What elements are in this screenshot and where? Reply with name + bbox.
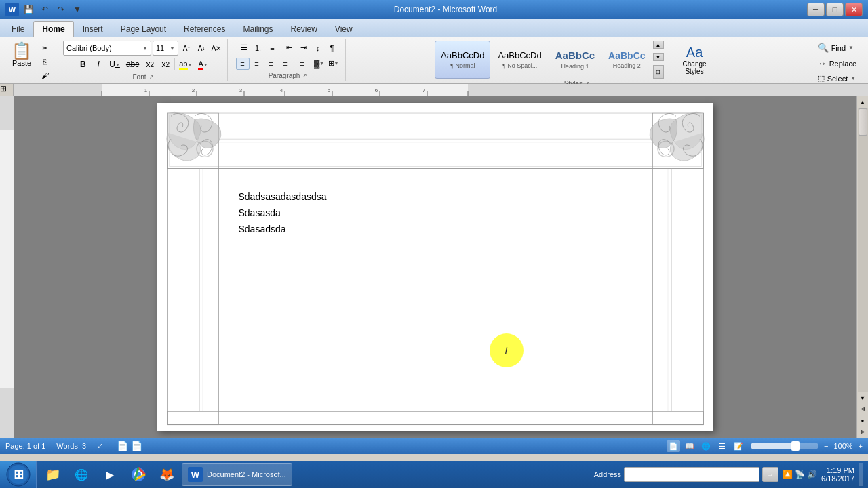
select-icon: ⬚ <box>818 74 825 83</box>
styles-scroll-down[interactable]: ▼ <box>653 53 664 61</box>
taskbar-ie[interactable]: 🌐 <box>68 463 95 486</box>
line-spacing-button[interactable]: ≡ <box>296 58 309 70</box>
bullets-button[interactable]: ☰ <box>237 42 251 54</box>
tab-file[interactable]: File <box>3 21 33 37</box>
tray-icon-3[interactable]: 🔊 <box>807 470 817 479</box>
scrollbar-track[interactable] <box>858 108 868 392</box>
style-heading2-button[interactable]: AaBbCc Heading 2 <box>602 41 651 79</box>
style-heading1-button[interactable]: AaBbCc Heading 1 <box>549 41 601 79</box>
view-buttons: 📄 📖 🌐 ☰ 📝 <box>667 440 745 452</box>
zoom-bar[interactable] <box>751 443 818 449</box>
replace-button[interactable]: ↔ Replace <box>813 56 861 70</box>
tab-mailings[interactable]: Mailings <box>234 21 281 37</box>
show-hide-button[interactable]: ¶ <box>326 42 339 54</box>
tray-icon-2[interactable]: 📡 <box>795 470 805 479</box>
styles-scroll-up[interactable]: ▲ <box>653 41 664 49</box>
align-right-button[interactable]: ≡ <box>264 58 278 70</box>
next-page-button[interactable]: ⊳ <box>858 426 868 438</box>
address-input[interactable] <box>624 467 760 482</box>
justify-button[interactable]: ≡ <box>279 58 292 70</box>
taskbar: ⊞ 📁 🌐 ▶ 🦊 <box>0 461 868 488</box>
copy-button[interactable]: ⎘ <box>38 56 52 68</box>
prev-page-button[interactable]: ⊲ <box>858 403 868 415</box>
multilevel-button[interactable]: ≡ <box>266 42 279 54</box>
bold-button[interactable]: B <box>75 57 90 72</box>
document-scroll-area[interactable]: Sdadsasadasdasdsa Sdasasda Sdasadsda I <box>14 96 856 438</box>
zoom-increase-button[interactable]: + <box>859 442 863 450</box>
right-scrollbar[interactable]: ▲ ▼ ⊲ ● ⊳ <box>856 96 868 438</box>
borders-button[interactable]: ⊞▼ <box>327 58 340 70</box>
scrollbar-thumb[interactable] <box>859 108 867 136</box>
align-left-button[interactable]: ≡ <box>236 58 250 70</box>
change-styles-button[interactable]: Aa Change Styles <box>670 41 719 79</box>
font-expand-icon[interactable]: ↗ <box>149 74 154 80</box>
highlight-button[interactable]: ab▼ <box>176 57 195 72</box>
taskbar-clock[interactable]: 1:19 PM 6/18/2017 <box>821 466 854 483</box>
start-button[interactable]: ⊞ <box>0 461 37 488</box>
center-button[interactable]: ≡ <box>250 58 264 70</box>
taskbar-word[interactable]: W Document2 - Microsof... <box>182 463 292 486</box>
font-name-selector[interactable]: Calibri (Body) ▼ <box>63 41 151 56</box>
superscript-button[interactable]: x2 <box>158 57 173 72</box>
format-painter-button[interactable]: 🖌 <box>38 69 52 81</box>
taskbar-firefox[interactable]: 🦊 <box>153 463 180 486</box>
ruler-corner[interactable]: ⊞ <box>0 84 14 96</box>
tab-page-layout[interactable]: Page Layout <box>112 21 175 37</box>
paste-button[interactable]: 📋 Paste <box>7 41 37 83</box>
paragraph-expand-icon[interactable]: ↗ <box>302 73 307 79</box>
styles-more[interactable]: ⊡ <box>653 65 664 79</box>
font-size-selector[interactable]: 11 ▼ <box>153 41 178 56</box>
paste-icon: 📋 <box>12 43 32 59</box>
italic-button[interactable]: I <box>91 57 106 72</box>
style-normal-button[interactable]: AaBbCcDd ¶ Normal <box>435 41 490 79</box>
web-layout-button[interactable]: 🌐 <box>699 440 713 452</box>
increase-indent-button[interactable]: ⇥ <box>297 42 311 54</box>
find-button[interactable]: 🔍 Find ▼ <box>813 41 861 55</box>
select-browse-button[interactable]: ● <box>858 415 868 426</box>
scroll-up-button[interactable]: ▲ <box>858 96 868 108</box>
cut-button[interactable]: ✂ <box>38 42 52 54</box>
taskbar-explorer[interactable]: 📁 <box>39 463 66 486</box>
close-button[interactable]: ✕ <box>845 3 863 16</box>
address-go-button[interactable]: → <box>762 467 778 482</box>
taskbar-chrome[interactable] <box>125 463 152 486</box>
underline-button[interactable]: U▼ <box>106 57 123 72</box>
clear-formatting-button[interactable]: A✕ <box>210 42 223 54</box>
print-layout-button[interactable]: 📄 <box>667 440 680 452</box>
full-reading-button[interactable]: 📖 <box>683 440 696 452</box>
grow-font-button[interactable]: A↑ <box>180 42 193 54</box>
subscript-button[interactable]: x2 <box>142 57 157 72</box>
save-quick-btn[interactable]: 💾 <box>22 3 35 16</box>
tab-view[interactable]: View <box>326 21 361 37</box>
tab-home[interactable]: Home <box>33 21 73 37</box>
draft-view-button[interactable]: 📝 <box>732 440 745 452</box>
tab-review[interactable]: Review <box>281 21 326 37</box>
outline-view-button[interactable]: ☰ <box>715 440 729 452</box>
language-indicator: ✓ <box>97 442 103 451</box>
zoom-decrease-button[interactable]: − <box>824 442 828 450</box>
svg-text:3: 3 <box>239 87 243 94</box>
zoom-thumb[interactable] <box>791 441 800 451</box>
document-page[interactable]: Sdadsasadasdasdsa Sdasasda Sdasadsda I <box>157 103 713 431</box>
show-desktop-button[interactable] <box>859 463 863 486</box>
tray-icon-1[interactable]: 🔼 <box>783 470 793 479</box>
customize-quick-btn[interactable]: ▼ <box>71 3 84 16</box>
select-button[interactable]: ⬚ Select ▼ <box>813 72 861 85</box>
redo-quick-btn[interactable]: ↷ <box>54 3 68 16</box>
style-no-spacing-button[interactable]: AaBbCcDd ¶ No Spaci... <box>492 41 547 79</box>
restore-button[interactable]: □ <box>826 3 844 16</box>
strikethrough-button[interactable]: abc <box>123 57 142 72</box>
sort-button[interactable]: ↕ <box>311 42 325 54</box>
tab-references[interactable]: References <box>175 21 234 37</box>
minimize-button[interactable]: ─ <box>807 3 825 16</box>
tab-insert[interactable]: Insert <box>74 21 112 37</box>
decrease-indent-button[interactable]: ⇤ <box>283 42 296 54</box>
document-content[interactable]: Sdadsasadasdasdsa Sdasasda Sdasadsda <box>157 103 713 281</box>
numbering-button[interactable]: 1. <box>252 42 265 54</box>
font-color-button[interactable]: A▼ <box>195 57 210 72</box>
shading-button[interactable]: ▓▼ <box>313 58 326 70</box>
shrink-font-button[interactable]: A↓ <box>195 42 208 54</box>
taskbar-media-player[interactable]: ▶ <box>96 463 123 486</box>
scroll-down-button[interactable]: ▼ <box>858 392 868 403</box>
undo-quick-btn[interactable]: ↶ <box>38 3 52 16</box>
